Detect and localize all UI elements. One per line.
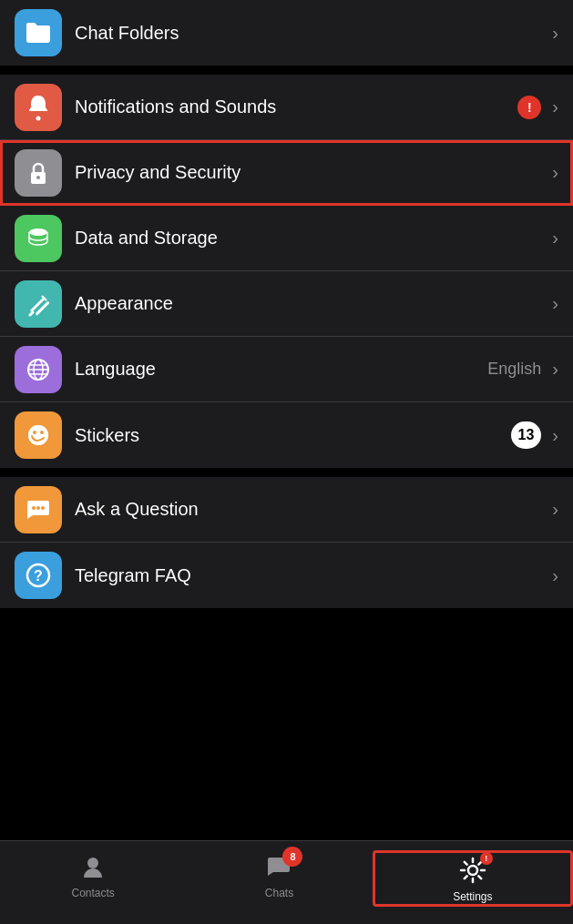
svg-point-1	[36, 116, 41, 120]
svg-point-17	[36, 506, 40, 510]
svg-point-16	[32, 506, 36, 510]
chats-tab-label: Chats	[265, 887, 293, 899]
notifications-icon	[15, 84, 62, 131]
stickers-label: Stickers	[75, 425, 511, 446]
svg-point-14	[33, 431, 36, 434]
section-support: Ask a Question › ? Telegram FAQ ›	[0, 477, 573, 608]
svg-text:?: ?	[34, 568, 43, 584]
language-value: English	[487, 360, 541, 379]
telegram-faq-icon: ?	[15, 552, 62, 599]
list-item-appearance[interactable]: Appearance ›	[0, 271, 573, 337]
contacts-icon	[80, 854, 106, 879]
language-chevron: ›	[552, 359, 558, 380]
appearance-label: Appearance	[75, 293, 548, 314]
data-chevron: ›	[552, 228, 558, 249]
ask-question-icon	[15, 486, 62, 533]
contacts-tab-icon-wrap	[77, 850, 109, 883]
data-icon	[15, 215, 62, 262]
tab-contacts[interactable]: Contacts	[0, 850, 186, 899]
tab-bar: Contacts 8 Chats ! Settings	[0, 840, 573, 924]
telegram-faq-chevron: ›	[552, 565, 558, 586]
settings-alert-badge: !	[480, 852, 493, 865]
list-item-telegram-faq[interactable]: ? Telegram FAQ ›	[0, 543, 573, 608]
svg-point-15	[40, 431, 44, 434]
tab-settings[interactable]: ! Settings	[373, 850, 573, 907]
svg-rect-5	[35, 300, 49, 315]
list-item-stickers[interactable]: Stickers 13 ›	[0, 402, 573, 468]
ask-question-chevron: ›	[552, 499, 558, 520]
notifications-chevron: ›	[552, 96, 558, 117]
privacy-label: Privacy and Security	[75, 162, 548, 183]
list-item-chat-folders[interactable]: Chat Folders ›	[0, 0, 573, 66]
svg-point-22	[468, 866, 477, 875]
chat-folders-label: Chat Folders	[75, 23, 548, 44]
list-item-notifications[interactable]: Notifications and Sounds ! ›	[0, 75, 573, 140]
section-top: Chat Folders ›	[0, 0, 573, 66]
telegram-faq-label: Telegram FAQ	[75, 565, 548, 586]
chat-folders-chevron: ›	[552, 23, 558, 44]
chats-tab-icon-wrap: 8	[262, 850, 295, 883]
svg-point-21	[87, 858, 98, 868]
language-icon	[15, 346, 62, 393]
tab-chats[interactable]: 8 Chats	[186, 850, 372, 899]
stickers-badge: 13	[511, 421, 542, 449]
list-item-privacy[interactable]: Privacy and Security ›	[0, 140, 573, 206]
list-item-ask-question[interactable]: Ask a Question ›	[0, 477, 573, 543]
appearance-chevron: ›	[552, 293, 558, 314]
notifications-label: Notifications and Sounds	[75, 96, 517, 117]
svg-point-13	[28, 425, 48, 445]
appearance-icon	[15, 280, 62, 328]
language-label: Language	[75, 359, 487, 380]
settings-tab-label: Settings	[453, 890, 492, 903]
chat-folders-icon	[15, 9, 62, 56]
notifications-alert-badge: !	[517, 96, 541, 119]
svg-point-3	[36, 176, 40, 179]
stickers-chevron: ›	[552, 425, 558, 446]
contacts-tab-label: Contacts	[71, 887, 114, 899]
chats-badge: 8	[282, 847, 302, 867]
section-main: Notifications and Sounds ! › Privacy and…	[0, 75, 573, 468]
privacy-icon	[15, 149, 62, 197]
list-item-data[interactable]: Data and Storage ›	[0, 206, 573, 271]
settings-tab-icon-wrap: !	[456, 854, 489, 887]
svg-point-4	[29, 228, 47, 236]
svg-point-18	[41, 506, 45, 510]
ask-question-label: Ask a Question	[75, 499, 548, 520]
stickers-icon	[15, 411, 62, 459]
privacy-chevron: ›	[552, 162, 558, 183]
list-item-language[interactable]: Language English ›	[0, 337, 573, 402]
data-label: Data and Storage	[75, 228, 548, 249]
